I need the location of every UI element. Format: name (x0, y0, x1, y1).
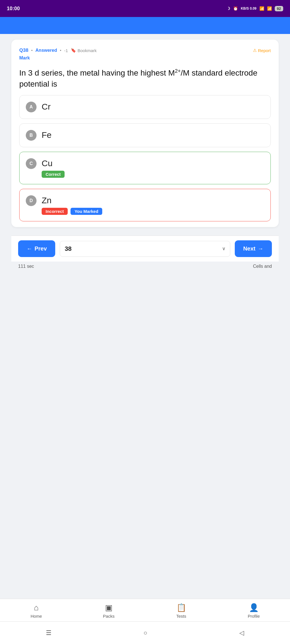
report-label: Report (258, 48, 271, 53)
profile-icon: 👤 (249, 603, 259, 612)
chevron-down-icon: ∨ (222, 246, 225, 251)
question-text: In 3 d series, the metal having the high… (19, 67, 271, 89)
home-icon: ⌂ (34, 603, 39, 612)
question-number: Q38 (19, 48, 28, 53)
time-display: 10:00 (7, 6, 20, 12)
answered-status: Answered (35, 48, 57, 53)
score-badge: -1 (64, 48, 68, 53)
question-meta: Q38 • Answered • -1 🔖 Bookmark ⚠ Report (19, 48, 271, 53)
dot-2: • (60, 48, 61, 53)
next-arrow-icon: → (258, 245, 263, 252)
status-right: ☽ ⏰ KB/S 0.09 📶 📶 92 (227, 6, 283, 11)
tab-home-label: Home (31, 614, 42, 619)
option-d-text: Zn (42, 195, 264, 206)
bookmark-button[interactable]: 🔖 Bookmark (71, 48, 97, 53)
meta-left: Q38 • Answered • -1 🔖 Bookmark (19, 48, 97, 53)
timer-display: 111 sec (18, 264, 34, 269)
option-c-text: Cu (42, 158, 264, 168)
question-card: Q38 • Answered • -1 🔖 Bookmark ⚠ Report … (11, 40, 279, 227)
moon-icon: ☽ (227, 6, 230, 11)
android-back-icon[interactable]: ◁ (231, 626, 253, 639)
bookmark-icon: 🔖 (71, 48, 76, 53)
tab-profile-label: Profile (248, 614, 260, 619)
next-label: Next (243, 245, 255, 252)
prev-button[interactable]: ← Prev (18, 240, 55, 257)
main-content: Q38 • Answered • -1 🔖 Bookmark ⚠ Report … (0, 34, 290, 275)
android-home-icon[interactable]: ○ (135, 626, 156, 639)
bottom-tab-bar: ⌂ Home ▣ Packs 📋 Tests 👤 Profile (0, 599, 290, 621)
option-a-letter: A (26, 102, 37, 112)
option-c-badges: Correct (42, 171, 264, 178)
option-a-content: Cr (42, 102, 264, 112)
question-selector[interactable]: 38 ∨ (60, 241, 230, 257)
superscript: 2+ (175, 68, 181, 74)
report-button[interactable]: ⚠ Report (253, 48, 271, 53)
option-b[interactable]: B Fe (19, 123, 271, 147)
option-c-content: Cu Correct (42, 158, 264, 178)
cells-display: Cells and (253, 264, 272, 269)
correct-badge: Correct (42, 171, 65, 178)
top-blue-bar (0, 17, 290, 34)
prev-arrow-icon: ← (27, 245, 32, 252)
next-button[interactable]: Next → (235, 240, 272, 257)
question-text-part1: In 3 d series, the metal having the high… (19, 69, 175, 77)
tab-profile[interactable]: 👤 Profile (240, 603, 268, 619)
option-a-text: Cr (42, 102, 264, 112)
battery-level: 92 (275, 6, 283, 11)
dot-1: • (31, 48, 33, 53)
tab-packs[interactable]: ▣ Packs (95, 603, 123, 619)
android-menu-icon[interactable]: ☰ (37, 626, 60, 639)
question-select-value: 38 (65, 245, 71, 253)
mark-button[interactable]: Mark (19, 55, 271, 61)
incorrect-badge: Incorrect (42, 208, 68, 215)
options-list: A Cr B Fe C Cu Correct (19, 95, 271, 221)
option-c[interactable]: C Cu Correct (19, 152, 271, 184)
warning-icon: ⚠ (253, 48, 257, 53)
status-bar: 10:00 ☽ ⏰ KB/S 0.09 📶 📶 92 (0, 0, 290, 17)
tab-tests[interactable]: 📋 Tests (167, 603, 195, 619)
meta-right: ⚠ Report (253, 48, 271, 53)
navigation-bar: ← Prev 38 ∨ Next → (11, 236, 279, 262)
tab-packs-label: Packs (103, 614, 115, 619)
option-d-letter: D (26, 195, 37, 206)
option-b-letter: B (26, 130, 37, 141)
clock-icon: ⏰ (233, 6, 238, 11)
data-speed: KB/S 0.09 (241, 7, 256, 10)
option-a[interactable]: A Cr (19, 95, 271, 119)
sub-nav-row: 111 sec Cells and (11, 262, 279, 269)
option-d-content: Zn Incorrect You Marked (42, 195, 264, 215)
tab-tests-label: Tests (176, 614, 186, 619)
you-marked-badge: You Marked (71, 208, 102, 215)
option-d-badges: Incorrect You Marked (42, 208, 264, 215)
tests-icon: 📋 (176, 603, 186, 612)
android-nav-bar: ☰ ○ ◁ (0, 621, 290, 644)
bookmark-label: Bookmark (78, 48, 97, 53)
packs-icon: ▣ (105, 603, 112, 612)
option-c-letter: C (26, 158, 37, 169)
option-b-content: Fe (42, 130, 264, 140)
prev-label: Prev (35, 245, 47, 252)
signal-icon: 📶 (267, 6, 272, 11)
option-d[interactable]: D Zn Incorrect You Marked (19, 189, 271, 221)
wifi-icon: 📶 (259, 6, 264, 11)
option-b-text: Fe (42, 130, 264, 140)
tab-home[interactable]: ⌂ Home (22, 603, 50, 619)
